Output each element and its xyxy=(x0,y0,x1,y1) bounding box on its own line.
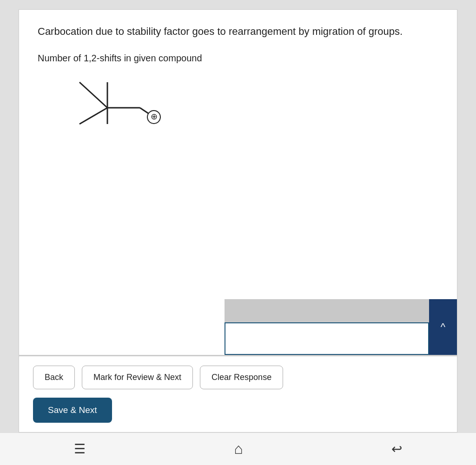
back-button[interactable]: Back xyxy=(33,366,75,389)
svg-text:⊕: ⊕ xyxy=(151,112,158,121)
save-next-row: Save & Next xyxy=(33,398,443,423)
answer-input[interactable] xyxy=(225,322,429,355)
mark-review-button[interactable]: Mark for Review & Next xyxy=(82,366,193,389)
svg-line-2 xyxy=(79,108,107,124)
save-next-button[interactable]: Save & Next xyxy=(33,398,112,423)
caret-icon: ^ xyxy=(441,321,445,333)
main-content: Carbocation due to stability factor goes… xyxy=(19,9,457,355)
nav-bar: ☰ ⌂ ↩ xyxy=(0,432,476,465)
answer-input-area: ^ xyxy=(225,299,457,355)
clear-response-button[interactable]: Clear Response xyxy=(200,366,283,389)
svg-line-1 xyxy=(79,82,107,108)
compound-drawing: ⊕ xyxy=(52,73,172,133)
bottom-panel: Back Mark for Review & Next Clear Respon… xyxy=(19,355,457,432)
action-buttons-row: Back Mark for Review & Next Clear Respon… xyxy=(33,366,443,389)
caret-button[interactable]: ^ xyxy=(429,299,457,355)
compound-svg: ⊕ xyxy=(52,73,172,133)
compound-label: Number of 1,2-shifts in given compound xyxy=(38,53,438,64)
question-text: Carbocation due to stability factor goes… xyxy=(38,24,438,39)
menu-icon[interactable]: ☰ xyxy=(74,441,86,457)
answer-box-wrapper xyxy=(225,299,429,355)
back-nav-icon[interactable]: ↩ xyxy=(391,441,402,457)
home-icon[interactable]: ⌂ xyxy=(234,440,243,458)
